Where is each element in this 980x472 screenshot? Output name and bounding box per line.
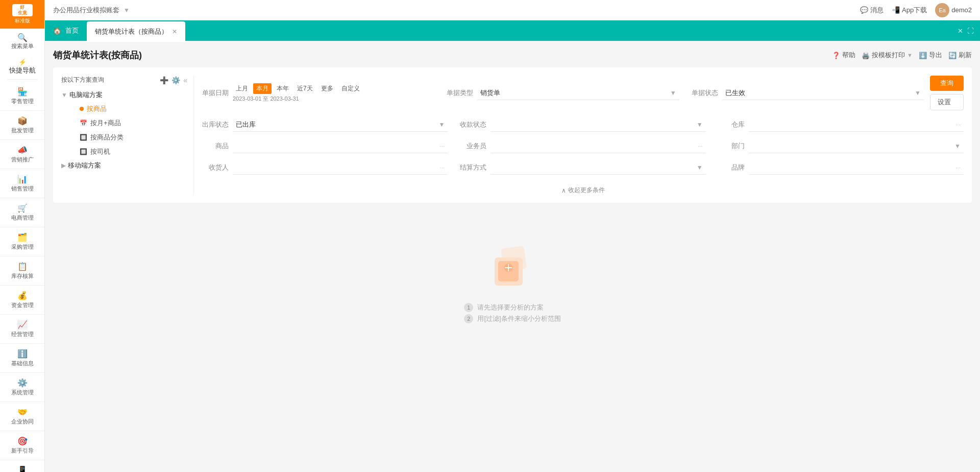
sidebar-item-retail[interactable]: 🏪 零售管理 xyxy=(0,82,44,111)
date-btn-last-month[interactable]: 上月 xyxy=(233,83,251,94)
group-arrow-down: ▼ xyxy=(61,91,67,99)
maximize-window-icon[interactable]: ⛶ xyxy=(967,27,974,35)
date-label: 单据日期 xyxy=(202,88,233,98)
sidebar-item-ecommerce[interactable]: 🛒 电商管理 xyxy=(0,198,44,227)
doc-type-value[interactable]: 销货单 ▼ xyxy=(477,86,679,100)
salesperson-more-icon[interactable]: ··· xyxy=(698,143,703,150)
date-btn-this-month[interactable]: 本月 xyxy=(253,83,272,94)
warehouse-value[interactable]: ··· xyxy=(749,117,964,132)
filter-field-department: 部门 ▼ xyxy=(718,139,964,153)
product-value[interactable]: ··· xyxy=(233,139,448,153)
payment-method-value[interactable]: ▼ xyxy=(491,160,705,175)
outbound-value[interactable]: 已出库 ▼ xyxy=(233,117,448,132)
app-download-btn[interactable]: 📲 App下载 xyxy=(892,6,927,15)
wholesale-icon: 📦 xyxy=(17,116,28,126)
sidebar-item-finance[interactable]: 💰 资金管理 xyxy=(0,286,44,315)
sidebar-menu: 🏪 零售管理 📦 批发管理 📣 营销推广 📊 销售管理 🛒 电商管理 🗂️ 采购… xyxy=(0,82,44,472)
add-scheme-icon[interactable]: ➕ xyxy=(160,76,168,84)
payment-value[interactable]: ▼ xyxy=(491,117,705,132)
scheme-item-by-driver[interactable]: 🔲 按司机 xyxy=(69,145,187,159)
collapse-scheme-icon[interactable]: « xyxy=(183,76,187,84)
print-dropdown-icon: ▼ xyxy=(907,52,913,58)
sidebar-item-sales[interactable]: 📊 销售管理 xyxy=(0,169,44,198)
sidebar-item-marketing[interactable]: 📣 营销推广 xyxy=(0,140,44,169)
help-btn[interactable]: ❓ 帮助 xyxy=(832,51,855,60)
username-label: demo2 xyxy=(951,6,972,14)
salesperson-value[interactable]: ··· xyxy=(491,139,705,153)
page-content: 销货单统计表(按商品) ❓ 帮助 🖨️ 按模板打印 ▼ ⬇️ 导出 🔄 刷新 xyxy=(45,41,980,472)
collab-label: 企业协同 xyxy=(11,418,34,426)
product-more-icon[interactable]: ··· xyxy=(439,143,445,150)
sidebar-search[interactable]: 🔍 搜索菜单 xyxy=(9,29,36,54)
template-print-label: 按模板打印 xyxy=(872,51,905,60)
department-value[interactable]: ▼ xyxy=(749,139,964,153)
doc-status-label: 单据状态 xyxy=(692,88,722,98)
retail-icon: 🏪 xyxy=(17,87,28,97)
date-btn-7days[interactable]: 近7天 xyxy=(294,83,316,94)
payment-method-label: 结算方式 xyxy=(460,163,491,172)
date-btn-more[interactable]: 更多 xyxy=(318,83,336,94)
tab-home[interactable]: 🏠 首页 xyxy=(45,20,87,41)
collapse-btn[interactable]: ∧ 收起更多条件 xyxy=(561,186,605,195)
doc-status-value[interactable]: 已生效 ▼ xyxy=(722,86,924,100)
search-label: 搜索菜单 xyxy=(11,42,34,50)
scheme-group-mobile: ▶ 移动端方案 xyxy=(61,159,187,172)
scheme-group-desktop-header[interactable]: ▼ 电脑端方案 xyxy=(61,88,187,102)
sidebar-item-inventory[interactable]: 📋 库存核算 xyxy=(0,256,44,286)
driver-icon: 🔲 xyxy=(80,148,87,155)
export-btn[interactable]: ⬇️ 导出 xyxy=(919,51,942,60)
sales-icon: 📊 xyxy=(17,174,28,184)
header-right: 💬 消息 📲 App下载 Ea demo2 xyxy=(860,3,972,17)
empty-steps: 1 请先选择要分析的方案 2 用[过滤]条件来缩小分析范围 xyxy=(464,303,560,325)
receiver-value[interactable]: ··· xyxy=(233,160,448,175)
collapse-label: 收起更多条件 xyxy=(568,186,605,195)
user-menu[interactable]: Ea demo2 xyxy=(935,3,972,17)
receiver-more-icon[interactable]: ··· xyxy=(439,164,445,171)
empty-state: 1 请先选择要分析的方案 2 用[过滤]条件来缩小分析范围 xyxy=(53,209,972,356)
brand-more-icon[interactable]: ··· xyxy=(955,164,961,171)
filter-field-doc-status: 单据状态 已生效 ▼ xyxy=(692,86,924,100)
filter-field-payment-method: 结算方式 ▼ xyxy=(460,160,705,175)
sidebar-item-purchase[interactable]: 🗂️ 采购管理 xyxy=(0,227,44,256)
scheme-item-by-product[interactable]: 按商品 xyxy=(69,102,187,116)
scheme-label-by-category: 按商品分类 xyxy=(90,133,124,142)
industry-dropdown-icon[interactable]: ▼ xyxy=(124,7,130,14)
scheme-item-by-month-product[interactable]: 📅 按月+商品 xyxy=(69,116,187,130)
query-btn[interactable]: 查询 xyxy=(930,76,964,91)
tab-active[interactable]: 销货单统计表（按商品） ✕ xyxy=(87,21,185,42)
scheme-item-by-category[interactable]: 🔲 按商品分类 xyxy=(69,130,187,145)
collapse-row: ∧ 收起更多条件 xyxy=(202,182,964,195)
search-icon: 🔍 xyxy=(17,33,28,42)
sidebar-item-basic-info[interactable]: ℹ️ 基础信息 xyxy=(0,344,44,373)
settings-btn[interactable]: 设置 xyxy=(930,94,964,110)
sidebar-item-operations[interactable]: 📈 经营管理 xyxy=(0,315,44,344)
outbound-label: 出库状态 xyxy=(202,120,233,129)
sidebar-item-collab[interactable]: 🤝 企业协同 xyxy=(0,402,44,431)
user-avatar: Ea xyxy=(935,3,949,17)
operations-label: 经营管理 xyxy=(11,331,34,338)
sidebar-item-appstore[interactable]: 📱 应用中心 xyxy=(0,460,44,472)
sidebar-item-system[interactable]: ⚙️ 系统管理 xyxy=(0,373,44,402)
filter-field-doc-type: 单据类型 销货单 ▼ xyxy=(447,86,679,100)
warehouse-more-icon[interactable]: ··· xyxy=(955,121,961,128)
step-2-text: 用[过滤]条件来缩小分析范围 xyxy=(477,314,560,323)
tab-close-icon[interactable]: ✕ xyxy=(172,28,177,35)
close-window-icon[interactable]: ✕ xyxy=(958,27,963,35)
sidebar-quick-nav[interactable]: ⚡ 快捷导航 xyxy=(7,54,38,80)
date-btn-custom[interactable]: 自定义 xyxy=(338,83,363,94)
message-btn[interactable]: 💬 消息 xyxy=(860,6,884,15)
scheme-list: ▼ 电脑端方案 按商品 📅 按月+商品 xyxy=(61,88,187,172)
filter-panel: 按以下方案查询 ➕ ⚙️ « ▼ 电脑端方案 xyxy=(53,67,972,203)
scheme-group-mobile-header[interactable]: ▶ 移动端方案 xyxy=(61,159,187,172)
template-print-btn[interactable]: 🖨️ 按模板打印 ▼ xyxy=(862,51,913,60)
sidebar-item-wholesale[interactable]: 📦 批发管理 xyxy=(0,111,44,140)
sidebar-item-guide[interactable]: 🎯 新手引导 xyxy=(0,431,44,460)
brand-value[interactable]: ··· xyxy=(749,160,964,175)
refresh-btn[interactable]: 🔄 刷新 xyxy=(948,51,972,60)
system-icon: ⚙️ xyxy=(17,378,28,388)
basic-info-label: 基础信息 xyxy=(11,360,34,367)
date-btn-this-year[interactable]: 本年 xyxy=(274,83,292,94)
sidebar: 好生意 标准版 🔍 搜索菜单 ⚡ 快捷导航 🏪 零售管理 📦 批发管理 📣 营销… xyxy=(0,0,45,472)
help-icon: ❓ xyxy=(832,52,840,59)
edit-scheme-icon[interactable]: ⚙️ xyxy=(172,76,180,84)
